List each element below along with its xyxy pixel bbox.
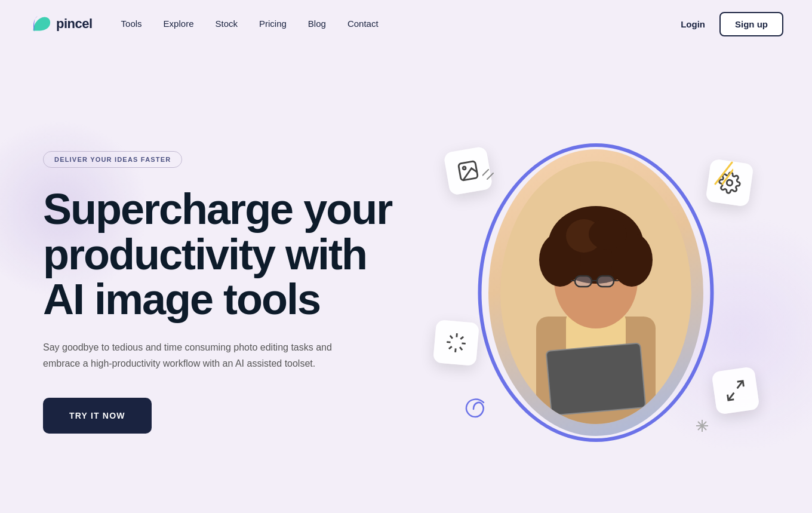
svg-line-30 <box>482 170 488 176</box>
hero-description: Say goodbye to tedious and time consumin… <box>43 339 353 371</box>
hero-title: Supercharge your productivity with AI im… <box>43 187 401 322</box>
nav-item-tools[interactable]: Tools <box>121 19 142 29</box>
nav-link-contact[interactable]: Contact <box>347 19 379 29</box>
svg-line-21 <box>456 348 456 352</box>
logo-text: pincel <box>56 16 93 32</box>
hero-visual <box>423 113 769 472</box>
svg-rect-11 <box>597 276 614 287</box>
logo-icon <box>29 13 51 35</box>
svg-line-23 <box>460 347 463 350</box>
nav-item-explore[interactable]: Explore <box>164 19 194 29</box>
svg-line-24 <box>447 342 450 342</box>
nav-links: Tools Explore Stock Pricing Blog Contact <box>121 19 379 29</box>
star-icon <box>695 419 709 433</box>
loading-icon <box>444 330 468 355</box>
svg-point-18 <box>463 166 466 170</box>
nav-left: pincel Tools Explore Stock Pricing Blog … <box>29 13 379 35</box>
login-button[interactable]: Login <box>681 19 705 29</box>
svg-line-22 <box>450 335 453 338</box>
try-it-now-button[interactable]: TRY IT NOW <box>43 398 152 434</box>
nav-link-blog[interactable]: Blog <box>308 19 326 29</box>
expand-icon <box>723 377 749 403</box>
deco-lines-topright <box>714 161 733 185</box>
svg-rect-10 <box>575 276 592 287</box>
float-card-loading <box>433 319 479 365</box>
hero-section: DELIVER YOUR IDEAS FASTER Supercharge yo… <box>0 48 812 513</box>
signup-button[interactable]: Sign up <box>719 12 783 36</box>
hero-person <box>500 161 691 424</box>
nav-link-pricing[interactable]: Pricing <box>259 19 287 29</box>
image-icon <box>455 157 481 183</box>
nav-link-stock[interactable]: Stock <box>215 19 238 29</box>
nav-item-pricing[interactable]: Pricing <box>259 19 287 29</box>
hero-badge: DELIVER YOUR IDEAS FASTER <box>43 151 182 168</box>
nav-right: Login Sign up <box>681 12 783 36</box>
nav-item-stock[interactable]: Stock <box>215 19 238 29</box>
deco-lines-topleft <box>482 167 499 184</box>
deco-spiral <box>459 394 488 424</box>
person-svg <box>500 161 691 424</box>
deco-star <box>695 419 709 436</box>
hero-content: DELIVER YOUR IDEAS FASTER Supercharge yo… <box>43 151 401 434</box>
float-card-expand <box>711 366 759 414</box>
navbar: pincel Tools Explore Stock Pricing Blog … <box>0 0 812 48</box>
svg-line-20 <box>457 333 457 337</box>
svg-line-26 <box>449 346 452 349</box>
nav-item-blog[interactable]: Blog <box>308 19 326 29</box>
nav-link-explore[interactable]: Explore <box>164 19 194 29</box>
svg-line-25 <box>462 343 465 343</box>
svg-rect-16 <box>547 343 645 414</box>
svg-point-0 <box>41 19 47 24</box>
logo[interactable]: pincel <box>29 13 93 35</box>
nav-item-contact[interactable]: Contact <box>347 19 379 29</box>
nav-link-tools[interactable]: Tools <box>121 19 142 29</box>
svg-point-9 <box>589 219 627 250</box>
svg-line-27 <box>460 336 463 339</box>
svg-line-31 <box>487 173 493 179</box>
